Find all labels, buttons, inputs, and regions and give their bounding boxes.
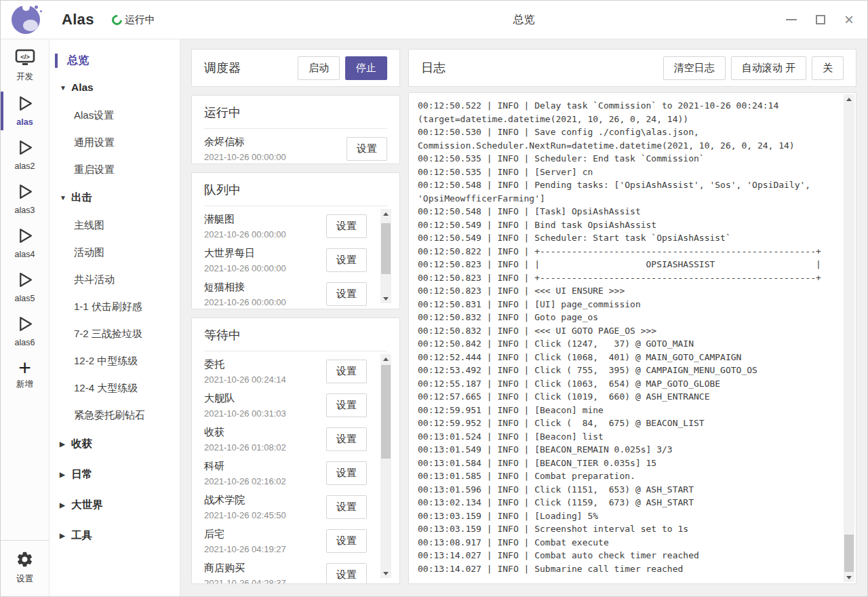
rail-instance-alas6[interactable]: alas6 (1, 309, 49, 353)
rail-instance-label: alas (16, 117, 33, 127)
autoscroll-on-button[interactable]: 自动滚动 开 (731, 56, 806, 80)
rail-item-settings[interactable]: 设置 (1, 545, 49, 591)
autoscroll-off-button[interactable]: 关 (812, 56, 844, 80)
menu-group-label: 出击 (71, 191, 92, 205)
scrollbar[interactable] (844, 94, 854, 582)
clear-log-button[interactable]: 清空日志 (663, 56, 726, 80)
task-info: 收获2021-10-26 01:08:02 (204, 426, 326, 452)
task-info: 短猫相接2021-10-26 00:00:00 (204, 281, 326, 307)
maximize-button[interactable] (816, 15, 825, 24)
task-name: 余烬信标 (204, 136, 347, 149)
log-line: Commission.Scheduler.NextRun=datetime.da… (418, 139, 835, 153)
scrollbar[interactable] (380, 209, 391, 303)
scrollbar-thumb[interactable] (844, 535, 854, 572)
menu-group[interactable]: ▶日常 (50, 459, 180, 490)
log-line: 00:12:50.549 | INFO | Scheduler: Start t… (418, 231, 835, 245)
scrollbar-thumb[interactable] (381, 365, 391, 459)
task-time: 2021-10-26 04:28:37 (204, 578, 326, 584)
task-setting-button[interactable]: 设置 (326, 495, 367, 519)
rail-instance-alas[interactable]: alas (1, 89, 49, 133)
menu-group[interactable]: ▶收获 (50, 429, 180, 459)
menu-item[interactable]: 7-2 三战捡垃圾 (50, 320, 180, 347)
log-line: 00:13:01.524 | INFO | [Beacon] list (418, 430, 835, 444)
rail-instance-label: alas4 (15, 250, 35, 259)
menu-item[interactable]: 12-2 中型练级 (50, 347, 180, 374)
task-row: 委托2021-10-26 00:24:14设置 (204, 354, 367, 388)
task-setting-button[interactable]: 设置 (326, 529, 367, 553)
menu-item[interactable]: 活动图 (50, 239, 180, 266)
scroll-up-arrow[interactable] (380, 209, 391, 218)
play-icon (16, 94, 34, 115)
task-setting-button[interactable]: 设置 (326, 563, 367, 584)
pending-title: 队列中 (204, 182, 387, 206)
scroll-down-arrow[interactable] (380, 569, 391, 578)
chevron-down-icon: ▼ (60, 84, 71, 92)
spinner-icon (110, 12, 124, 26)
task-setting-button[interactable]: 设置 (326, 214, 367, 238)
menu-group[interactable]: ▼出击 (50, 183, 180, 212)
menu-sidebar: 总览 ▼AlasAlas设置通用设置重启设置▼出击主线图活动图共斗活动1-1 伏… (50, 39, 180, 596)
task-row: 收获2021-10-26 01:08:02设置 (204, 422, 367, 456)
menu-item[interactable]: 主线图 (50, 212, 180, 239)
scroll-up-arrow[interactable] (380, 354, 391, 364)
stop-button[interactable]: 停止 (345, 56, 387, 80)
scrollbar[interactable] (380, 354, 391, 578)
menu-item-overview[interactable]: 总览 (55, 47, 180, 73)
task-setting-button[interactable]: 设置 (347, 137, 387, 161)
rail-instance-alas2[interactable]: alas2 (1, 133, 49, 177)
scroll-up-arrow[interactable] (844, 94, 854, 104)
task-name: 商店购买 (204, 562, 326, 575)
waiting-title: 等待中 (204, 327, 387, 351)
minimize-button[interactable] (786, 19, 797, 20)
task-setting-button[interactable]: 设置 (326, 427, 367, 451)
task-info: 科研2021-10-26 02:16:02 (204, 460, 326, 486)
log-line: 00:12:50.832 | INFO | Goto page_os (418, 311, 835, 324)
task-setting-button[interactable]: 设置 (326, 461, 367, 485)
scrollbar-thumb[interactable] (381, 223, 391, 274)
close-button[interactable]: × (844, 15, 854, 24)
run-status-label: 运行中 (125, 14, 155, 26)
log-line: 00:13:01.584 | INFO | [BEACON_TIER 0.035… (418, 457, 835, 470)
task-setting-button[interactable]: 设置 (326, 282, 367, 306)
rail-instance-alas3[interactable]: alas3 (1, 177, 49, 221)
menu-item[interactable]: 共斗活动 (50, 266, 180, 293)
task-time: 2021-10-26 00:00:00 (204, 263, 326, 273)
menu-item[interactable]: 重启设置 (50, 156, 180, 183)
gear-icon (16, 550, 34, 571)
menu-item[interactable]: 紧急委托刷钻石 (50, 402, 180, 429)
task-time: 2021-10-26 02:16:02 (204, 476, 326, 486)
task-setting-button[interactable]: 设置 (326, 393, 367, 417)
rail-instance-label: alas3 (15, 206, 35, 215)
task-name: 科研 (204, 460, 326, 473)
log-card: 00:12:50.522 | INFO | Delay task `Commis… (408, 92, 856, 584)
scroll-down-arrow[interactable] (844, 573, 854, 582)
menu-group[interactable]: ▼Alas (50, 73, 180, 102)
menu-item[interactable]: 通用设置 (50, 129, 180, 156)
menu-item[interactable]: 12-4 大型练级 (50, 374, 180, 402)
log-line: 00:13:08.917 | INFO | Combat execute (418, 536, 835, 550)
task-info: 潜艇图2021-10-26 00:00:00 (204, 213, 326, 239)
log-line: 00:12:50.530 | INFO | Save config ./conf… (418, 126, 835, 139)
log-line: (target=datetime.datetime(2021, 10, 26, … (418, 113, 835, 126)
menu-item[interactable]: 1-1 伏击刷好感 (50, 293, 180, 320)
task-setting-button[interactable]: 设置 (326, 248, 367, 272)
log-line: 00:12:50.823 | INFO | +-----------------… (418, 271, 835, 285)
task-name: 战术学院 (204, 494, 326, 507)
log-line: 00:12:55.187 | INFO | Click (1063, 654) … (418, 377, 835, 391)
task-time: 2021-10-26 01:08:02 (204, 442, 326, 452)
scroll-down-arrow[interactable] (380, 294, 391, 303)
rail-item-add[interactable]: + 新增 (1, 353, 49, 396)
menu-group[interactable]: ▶大世界 (50, 490, 180, 520)
task-name: 后宅 (204, 528, 326, 541)
pending-card: 队列中 潜艇图2021-10-26 00:00:00设置大世界每日2021-10… (191, 172, 400, 309)
rail-instance-alas4[interactable]: alas4 (1, 221, 49, 265)
rail-instance-alas5[interactable]: alas5 (1, 265, 49, 309)
rail-item-dev[interactable]: </> 开发 (1, 43, 49, 89)
menu-group[interactable]: ▶工具 (50, 520, 180, 551)
app-name: Alas (62, 11, 94, 28)
start-button[interactable]: 启动 (298, 56, 340, 80)
log-line: 00:12:50.831 | INFO | [UI] page_commissi… (418, 298, 835, 311)
rail-item-label: 设置 (16, 573, 33, 585)
menu-item[interactable]: Alas设置 (50, 102, 180, 129)
task-setting-button[interactable]: 设置 (326, 360, 367, 383)
